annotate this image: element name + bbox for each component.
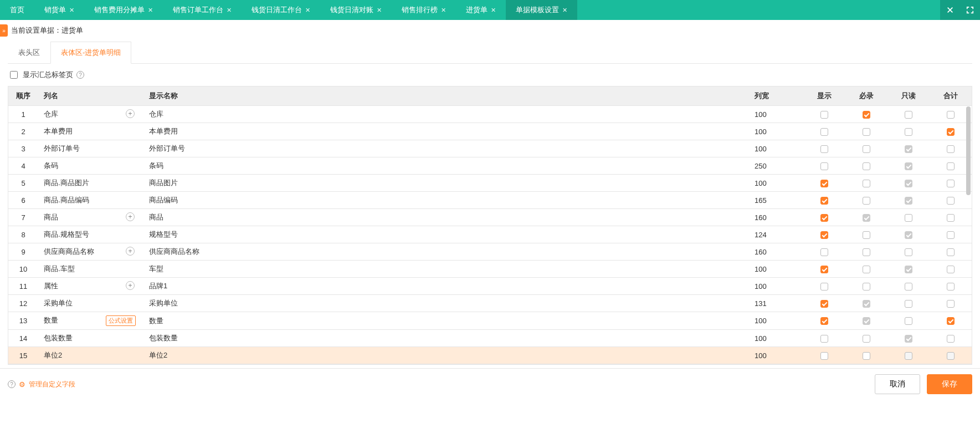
checkbox[interactable] [947, 214, 955, 222]
checkbox[interactable] [947, 300, 955, 308]
top-tab-1[interactable]: 销货单✕ [34, 0, 84, 20]
table-row[interactable]: 10商品.车型车型100 [8, 261, 972, 278]
help-icon[interactable]: ? [8, 380, 16, 388]
top-tab-6[interactable]: 销售排行榜✕ [392, 0, 456, 20]
checkbox[interactable] [905, 128, 912, 136]
checkbox[interactable] [820, 162, 828, 170]
add-icon[interactable]: + [126, 212, 135, 221]
checkbox[interactable] [905, 214, 912, 222]
close-icon[interactable]: ✕ [305, 7, 310, 14]
top-tab-3[interactable]: 销售订单工作台✕ [163, 0, 242, 20]
checkbox[interactable] [820, 214, 828, 222]
checkbox[interactable] [820, 197, 828, 205]
close-icon[interactable]: ✕ [148, 7, 153, 14]
table-row[interactable]: 12采购单位采购单位131 [8, 295, 972, 312]
cell-width[interactable]: 131 [749, 295, 803, 312]
checkbox[interactable] [947, 317, 955, 325]
sub-tab-1[interactable]: 表体区-进货单明细 [50, 42, 131, 64]
top-tab-7[interactable]: 进货单✕ [456, 0, 506, 20]
checkbox[interactable] [905, 111, 912, 119]
checkbox[interactable] [820, 180, 828, 187]
help-icon[interactable]: ? [76, 71, 84, 79]
vertical-scrollbar[interactable] [966, 106, 971, 363]
close-icon[interactable]: ✕ [377, 7, 382, 14]
checkbox[interactable] [820, 352, 828, 360]
checkbox[interactable] [820, 111, 828, 119]
checkbox[interactable] [947, 111, 955, 119]
checkbox[interactable] [820, 145, 828, 153]
table-row[interactable]: 4条码条码250 [8, 157, 972, 175]
checkbox[interactable] [820, 231, 828, 239]
cancel-button[interactable]: 取消 [875, 374, 920, 394]
checkbox[interactable] [820, 283, 828, 291]
manage-custom-fields-link[interactable]: ? ⚙ 管理自定义字段 [8, 380, 75, 389]
cell-width[interactable]: 100 [749, 123, 803, 140]
table-row[interactable]: 13数量公式设置数量100 [8, 312, 972, 330]
table-row[interactable]: 14包装数量包装数量100 [8, 330, 972, 347]
checkbox[interactable] [863, 231, 870, 239]
cell-display-name[interactable]: 包装数量 [143, 330, 749, 347]
cell-width[interactable]: 100 [749, 312, 803, 330]
cell-display-name[interactable]: 供应商商品名称 [143, 243, 749, 261]
checkbox[interactable] [820, 317, 828, 325]
checkbox[interactable] [947, 335, 955, 343]
checkbox[interactable] [863, 180, 870, 187]
cell-width[interactable]: 250 [749, 157, 803, 175]
checkbox[interactable] [947, 231, 955, 239]
checkbox[interactable] [863, 111, 870, 119]
table-row[interactable]: 6商品.商品编码商品编码165 [8, 192, 972, 209]
cell-display-name[interactable]: 单位2 [143, 347, 749, 364]
save-button[interactable]: 保存 [927, 374, 972, 394]
close-icon[interactable]: ✕ [491, 7, 496, 14]
checkbox[interactable] [863, 145, 870, 153]
close-icon[interactable]: ✕ [441, 7, 446, 14]
close-all-button[interactable] [940, 0, 960, 20]
cell-width[interactable]: 100 [749, 278, 803, 295]
checkbox[interactable] [947, 162, 955, 170]
checkbox[interactable] [863, 335, 870, 343]
cell-width[interactable]: 124 [749, 226, 803, 243]
checkbox[interactable] [905, 300, 912, 308]
checkbox[interactable] [863, 352, 870, 360]
checkbox[interactable] [947, 180, 955, 187]
checkbox[interactable] [863, 128, 870, 136]
cell-display-name[interactable]: 商品图片 [143, 175, 749, 192]
cell-display-name[interactable]: 品牌1 [143, 278, 749, 295]
add-icon[interactable]: + [126, 109, 135, 118]
cell-width[interactable]: 160 [749, 243, 803, 261]
cell-width[interactable]: 100 [749, 261, 803, 278]
checkbox[interactable] [863, 283, 870, 291]
close-icon[interactable]: ✕ [562, 7, 567, 14]
top-tab-5[interactable]: 钱货日清对账✕ [320, 0, 392, 20]
checkbox[interactable] [820, 248, 828, 256]
table-row[interactable]: 5商品.商品图片商品图片100 [8, 175, 972, 192]
cell-display-name[interactable]: 商品编码 [143, 192, 749, 209]
formula-settings-button[interactable]: 公式设置 [106, 315, 136, 326]
collapse-handle-icon[interactable]: » [0, 24, 8, 37]
sub-tab-0[interactable]: 表头区 [8, 42, 50, 64]
table-row[interactable]: 9供应商商品名称+供应商商品名称160 [8, 243, 972, 261]
table-row[interactable]: 8商品.规格型号规格型号124 [8, 226, 972, 243]
table-row[interactable]: 15单位2单位2100 [8, 347, 972, 364]
cell-width[interactable]: 160 [749, 209, 803, 226]
cell-width[interactable]: 100 [749, 330, 803, 347]
close-icon[interactable]: ✕ [69, 7, 74, 14]
add-icon[interactable]: + [126, 281, 135, 290]
checkbox[interactable] [820, 300, 828, 308]
fullscreen-button[interactable] [960, 0, 980, 20]
checkbox[interactable] [905, 317, 912, 325]
checkbox[interactable] [947, 145, 955, 153]
table-row[interactable]: 2本单费用本单费用100 [8, 123, 972, 140]
checkbox[interactable] [947, 128, 955, 136]
checkbox[interactable] [863, 197, 870, 205]
checkbox[interactable] [820, 266, 828, 273]
top-tab-2[interactable]: 销售费用分摊单✕ [84, 0, 163, 20]
close-icon[interactable]: ✕ [227, 7, 232, 14]
cell-display-name[interactable]: 采购单位 [143, 295, 749, 312]
checkbox[interactable] [905, 283, 912, 291]
checkbox[interactable] [947, 248, 955, 256]
cell-width[interactable]: 100 [749, 106, 803, 123]
checkbox[interactable] [947, 283, 955, 291]
checkbox[interactable] [820, 128, 828, 136]
cell-width[interactable]: 165 [749, 192, 803, 209]
